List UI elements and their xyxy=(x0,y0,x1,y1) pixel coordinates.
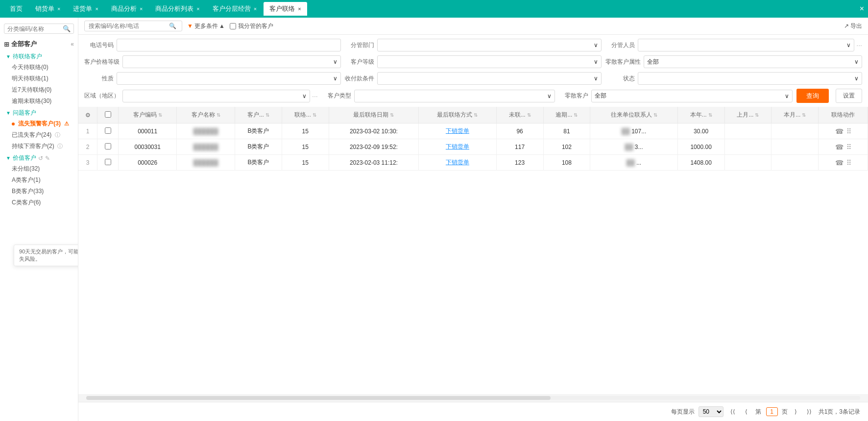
tab-close-analysis[interactable]: × xyxy=(140,6,143,12)
col-name[interactable]: 客户名称 ⇅ xyxy=(177,107,235,124)
region-select[interactable]: ∨ xyxy=(122,90,310,102)
scrollbar-thumb[interactable] xyxy=(86,396,551,400)
row-checkbox[interactable] xyxy=(97,124,119,139)
sidebar-item-tomorrow[interactable]: 明天待联络(1) xyxy=(0,73,78,84)
filter-search-input[interactable] xyxy=(89,23,167,29)
export-button[interactable]: ↗ 导出 xyxy=(844,22,862,30)
filter-price-level: 客户价格等级 ∨ xyxy=(84,55,341,68)
filter-my-customers[interactable]: 我分管的客户 xyxy=(230,22,273,30)
sidebar-item-a-class[interactable]: A类客户(1) xyxy=(0,174,78,186)
tab-close-purchase[interactable]: × xyxy=(95,6,98,12)
row-contacts: ██ ... xyxy=(590,155,677,171)
tab-customer-segment[interactable]: 客户分层经营 × xyxy=(207,2,263,16)
chevron-up-icon: ▲ xyxy=(219,23,225,29)
col-checkbox[interactable] xyxy=(97,107,119,124)
select-all-checkbox[interactable] xyxy=(105,111,111,118)
row-code: 000026 xyxy=(119,155,177,171)
col-last-month[interactable]: 上月... ⇅ xyxy=(724,107,772,124)
horizontal-scrollbar[interactable] xyxy=(86,396,860,400)
edit-icon[interactable]: ✎ xyxy=(45,155,50,162)
row-checkbox[interactable] xyxy=(97,139,119,155)
customer-level-select[interactable]: ∨ xyxy=(377,55,602,68)
settings-button[interactable]: 设置 xyxy=(836,89,862,103)
col-type[interactable]: 客户... ⇅ xyxy=(235,107,282,124)
row-overdue: 102 xyxy=(543,139,590,155)
query-button[interactable]: 查询 xyxy=(796,89,829,103)
filter-more-conditions[interactable]: ▼ 更多条件 ▲ xyxy=(187,22,225,30)
tab-sales[interactable]: 销货单 × xyxy=(29,2,66,16)
col-unit-contacts[interactable]: 往来单位联系人 ⇅ xyxy=(590,107,677,124)
manager-dots[interactable]: ··· xyxy=(856,41,862,49)
tab-close-analysis-list[interactable]: × xyxy=(196,6,199,12)
my-customers-checkbox[interactable] xyxy=(230,23,236,29)
contact-icon[interactable]: ☎ xyxy=(835,159,844,167)
sidebar-item-today[interactable]: 今天待联络(0) xyxy=(0,62,78,73)
sidebar-item-declining[interactable]: 持续下滑客户(2) ⓘ xyxy=(0,141,78,152)
sidebar-search-box[interactable]: 🔍 xyxy=(4,24,74,34)
sidebar-item-b-class[interactable]: B类客户(33) xyxy=(0,186,78,197)
customer-type-select[interactable]: ∨ xyxy=(354,90,555,102)
department-select[interactable]: ∨ xyxy=(377,39,602,51)
row-name: ██████ xyxy=(177,139,235,155)
tab-close-segment[interactable]: × xyxy=(254,6,257,12)
row-checkbox[interactable] xyxy=(97,155,119,171)
tab-analysis-list[interactable]: 商品分析列表 × xyxy=(149,2,205,16)
tab-close-contact[interactable]: × xyxy=(298,6,301,12)
more-actions-icon[interactable]: ⠿ xyxy=(846,143,851,151)
sidebar-item-churned[interactable]: 已流失客户(24) ⓘ xyxy=(0,129,78,141)
manager-select[interactable]: ∨ xyxy=(638,39,854,51)
sidebar-section-pending[interactable]: ▼ 待联络客户 xyxy=(0,50,78,62)
page-size-select[interactable]: 50 100 200 xyxy=(699,406,723,417)
next-page-btn[interactable]: ⟩ xyxy=(792,407,800,417)
filter-search-button[interactable]: 🔍 xyxy=(169,23,176,29)
col-last-method[interactable]: 最后联络方式 ⇅ xyxy=(419,107,497,124)
all-customers-header[interactable]: ⊞ 全部客户 « xyxy=(0,38,78,50)
sidebar-collapse-btn[interactable]: « xyxy=(71,41,74,48)
col-action: 联络动作 xyxy=(819,107,868,124)
sidebar-item-churn-warning[interactable]: 流失预警客户(3) ⚠ xyxy=(0,118,78,129)
last-page-btn[interactable]: ⟩⟩ xyxy=(804,407,815,417)
col-code[interactable]: 客户编码 ⇅ xyxy=(119,107,177,124)
prev-page-btn[interactable]: ⟨ xyxy=(742,407,750,417)
row-this-month xyxy=(772,124,819,139)
close-window-button[interactable]: × xyxy=(860,4,864,13)
col-uncontacted[interactable]: 未联... ⇅ xyxy=(496,107,543,124)
phone-input[interactable] xyxy=(117,39,341,51)
tab-close-sales[interactable]: × xyxy=(57,6,60,12)
tab-analysis[interactable]: 商品分析 × xyxy=(105,2,148,16)
region-dots[interactable]: ··· xyxy=(312,92,318,100)
tab-customer-contact[interactable]: 客户联络 × xyxy=(264,2,307,16)
sidebar-item-c-class[interactable]: C类客户(6) xyxy=(0,197,78,208)
sidebar-item-7days[interactable]: 近7天待联络(0) xyxy=(0,84,78,96)
sidebar-item-ungroup[interactable]: 未分组(32) xyxy=(0,163,78,174)
row-this-year: 1408.00 xyxy=(677,155,724,171)
sidebar-section-problem[interactable]: ▼ 问题客户 xyxy=(0,107,78,118)
payment-select[interactable]: ∨ xyxy=(377,72,602,85)
retail-customer-select[interactable]: 全部 ∨ xyxy=(591,90,793,102)
contact-icon[interactable]: ☎ xyxy=(835,127,844,135)
first-page-btn[interactable]: ⟨⟨ xyxy=(727,407,738,417)
sidebar-search-input[interactable] xyxy=(7,25,63,32)
more-actions-icon[interactable]: ⠿ xyxy=(846,159,851,167)
tab-purchase[interactable]: 进货单 × xyxy=(67,2,104,16)
tab-home[interactable]: 首页 xyxy=(4,2,28,16)
row-last-method[interactable]: 下销货单 xyxy=(419,139,497,155)
retail-attr-select[interactable]: 全部 ∨ xyxy=(644,55,862,68)
refresh-icon[interactable]: ↺ xyxy=(38,155,43,162)
col-this-year[interactable]: 本年... ⇅ xyxy=(677,107,724,124)
col-contact[interactable]: 联络... ⇅ xyxy=(282,107,329,124)
col-settings[interactable]: ⚙ xyxy=(78,107,97,124)
filter-search-box[interactable]: 🔍 xyxy=(84,21,182,31)
status-select[interactable]: ∨ xyxy=(638,72,862,85)
more-actions-icon[interactable]: ⠿ xyxy=(846,127,851,135)
sidebar-section-value[interactable]: ▼ 价值客户 ↺ ✎ xyxy=(0,152,78,163)
col-overdue[interactable]: 逾期... ⇅ xyxy=(543,107,590,124)
col-this-month[interactable]: 本月... ⇅ xyxy=(772,107,819,124)
row-last-method[interactable]: 下销货单 xyxy=(419,124,497,139)
contact-icon[interactable]: ☎ xyxy=(835,143,844,151)
row-last-method[interactable]: 下销货单 xyxy=(419,155,497,171)
col-last-date[interactable]: 最后联络日期 ⇅ xyxy=(329,107,418,124)
sidebar-item-overdue[interactable]: 逾期未联络(30) xyxy=(0,96,78,107)
nature-select[interactable]: ∨ xyxy=(117,72,341,85)
price-level-select[interactable]: ∨ xyxy=(122,55,341,68)
